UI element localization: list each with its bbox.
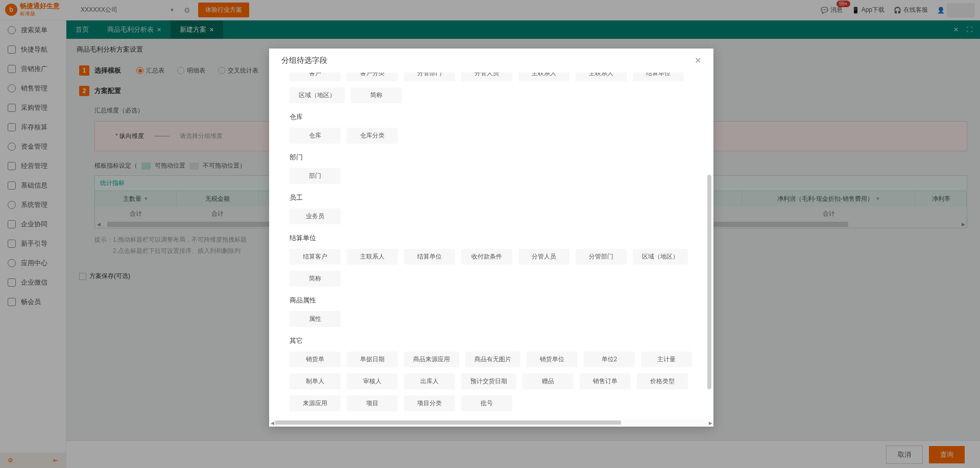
modal-close-button[interactable]: ✕: [695, 56, 701, 65]
group-title: 仓库: [290, 112, 693, 122]
field-chip[interactable]: 分管部门: [576, 249, 627, 265]
field-row: 仓库仓库分类: [290, 128, 693, 144]
field-row: 结算客户主联系人结算单位收付款条件分管人员分管部门区域（地区）简称: [290, 249, 693, 287]
field-chip[interactable]: 仓库: [290, 128, 341, 144]
field-chip[interactable]: 制单人: [290, 373, 341, 389]
field-chip[interactable]: 结算客户: [290, 249, 341, 265]
field-chip[interactable]: 区域（地区）: [633, 249, 688, 265]
field-chip[interactable]: 主联系人: [518, 73, 569, 81]
field-chip[interactable]: 结算单位: [633, 73, 684, 81]
group-title: 员工: [290, 193, 693, 202]
group-title: 其它: [290, 336, 693, 345]
field-chip[interactable]: 分管部门: [404, 73, 455, 81]
field-chip[interactable]: 项目: [347, 395, 398, 411]
group-title: 结算单位: [290, 233, 693, 243]
field-chip[interactable]: 单位2: [584, 352, 635, 367]
field-chip[interactable]: 仓库分类: [347, 128, 398, 144]
modal-title: 分组待选字段: [281, 56, 327, 65]
field-row-partial: 客户客户分类分管部门分管人员主联系人主联系人结算单位: [290, 73, 693, 81]
field-chip[interactable]: 分管人员: [461, 73, 512, 81]
field-chip[interactable]: 项目分类: [404, 395, 455, 411]
field-chip[interactable]: 业务员: [290, 208, 341, 224]
field-chip[interactable]: 单据日期: [347, 352, 398, 367]
field-chip[interactable]: 客户: [290, 73, 341, 81]
group-title: 部门: [290, 153, 693, 162]
field-chip[interactable]: 客户分类: [347, 73, 398, 81]
field-chip[interactable]: 主计量: [641, 352, 692, 367]
field-chip[interactable]: 商品来源应用: [404, 352, 459, 367]
group-field-modal: 分组待选字段 ✕ 客户客户分类分管部门分管人员主联系人主联系人结算单位 区域（地…: [269, 49, 713, 427]
field-chip[interactable]: 属性: [290, 311, 341, 327]
modal-v-scrollbar[interactable]: [707, 73, 712, 409]
field-chip[interactable]: 销货单: [290, 352, 341, 367]
modal-h-scrollbar[interactable]: ◀ ▶: [269, 419, 713, 427]
modal-header: 分组待选字段 ✕: [269, 49, 713, 73]
field-chip[interactable]: 预计交货日期: [461, 373, 516, 389]
field-chip[interactable]: 来源应用: [290, 395, 341, 411]
field-chip[interactable]: 简称: [290, 271, 341, 287]
field-chip[interactable]: 分管人员: [518, 249, 569, 265]
field-chip[interactable]: 审核人: [347, 373, 398, 389]
field-chip[interactable]: 价格类型: [637, 373, 688, 389]
field-chip[interactable]: 主联系人: [347, 249, 398, 265]
field-row: 属性: [290, 311, 693, 327]
field-chip[interactable]: 出库人: [404, 373, 455, 389]
field-chip[interactable]: 结算单位: [404, 249, 455, 265]
field-chip[interactable]: 商品有无图片: [465, 352, 520, 367]
field-chip[interactable]: 部门: [290, 168, 341, 184]
field-chip[interactable]: 赠品: [522, 373, 573, 389]
field-row: 业务员: [290, 208, 693, 224]
field-chip[interactable]: 销货单位: [527, 352, 578, 367]
field-chip[interactable]: 区域（地区）: [290, 87, 345, 103]
field-row: 部门: [290, 168, 693, 184]
field-row-region: 区域（地区）简称: [290, 87, 693, 103]
field-chip[interactable]: 批号: [461, 395, 512, 411]
field-chip[interactable]: 收付款条件: [461, 249, 512, 265]
field-row: 销货单单据日期商品来源应用商品有无图片销货单位单位2主计量制单人审核人出库人预计…: [290, 352, 693, 411]
field-chip[interactable]: 简称: [351, 87, 402, 103]
field-chip[interactable]: 销售订单: [580, 373, 631, 389]
field-chip[interactable]: 主联系人: [576, 73, 627, 81]
group-title: 商品属性: [290, 296, 693, 305]
